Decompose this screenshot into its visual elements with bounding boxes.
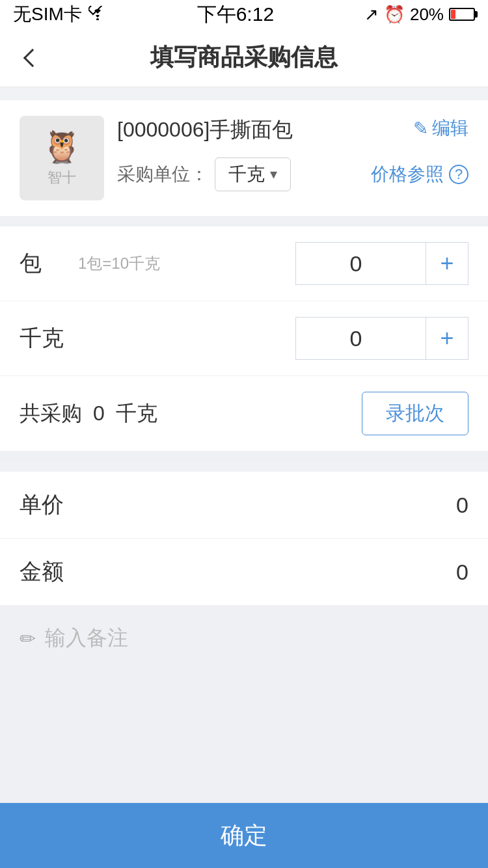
product-image: 🦉 智十 (20, 116, 104, 200)
product-card: 🦉 智十 [0000006]手撕面包 ✎ 编辑 采购单位： 千克 ▾ 价格参照 … (0, 100, 488, 216)
edit-label: 编辑 (432, 116, 468, 141)
input-section: 包 1包=10千克 + 千克 + (0, 226, 488, 376)
bag-plus-button[interactable]: + (426, 242, 468, 285)
product-image-label: 智十 (47, 168, 76, 187)
batch-record-button[interactable]: 录批次 (362, 392, 468, 435)
total-prefix: 共采购 (20, 401, 82, 425)
bag-sub-label: 1包=10千克 (78, 253, 295, 274)
unit-price-label: 单价 (20, 490, 64, 520)
price-reference-button[interactable]: 价格参照 ? (371, 162, 468, 187)
product-info: [0000006]手撕面包 ✎ 编辑 采购单位： 千克 ▾ 价格参照 ? (117, 116, 468, 191)
bag-quantity-input[interactable] (295, 242, 426, 285)
total-row: 共采购 0 千克 录批次 (0, 376, 488, 451)
back-arrow-icon (23, 48, 42, 66)
total-unit: 千克 (116, 401, 157, 425)
amount-label: 金额 (20, 557, 64, 587)
kg-input-row: 千克 + (0, 301, 488, 376)
bag-label: 包 (20, 249, 72, 278)
product-unit-row: 采购单位： 千克 ▾ 价格参照 ? (117, 157, 468, 191)
bag-input-row: 包 1包=10千克 + (0, 226, 488, 301)
price-ref-label: 价格参照 (371, 162, 444, 187)
separator-2 (0, 451, 488, 461)
product-name: [0000006]手撕面包 (117, 116, 293, 144)
kg-quantity-input[interactable] (295, 317, 426, 360)
carrier-text: 无SIM卡 (13, 2, 82, 27)
status-bar: 无SIM卡 下午6:12 ↗ ⏰ 20% (0, 0, 488, 29)
unit-select-dropdown[interactable]: 千克 ▾ (215, 157, 291, 191)
location-icon: ↗ (364, 5, 379, 25)
unit-price-value: 0 (456, 493, 468, 518)
battery-percentage: 20% (410, 5, 444, 25)
total-text: 共采购 0 千克 (20, 400, 157, 428)
svg-point-0 (96, 18, 99, 20)
amount-row: 金额 0 (0, 539, 488, 606)
battery-icon (449, 8, 475, 21)
kg-input-controls: + (295, 317, 468, 360)
dropdown-arrow-icon: ▾ (270, 166, 277, 183)
product-owl-icon: 🦉 (42, 129, 81, 165)
kg-plus-button[interactable]: + (426, 317, 468, 360)
remark-placeholder: 输入备注 (45, 624, 128, 653)
unit-price-row: 单价 0 (0, 472, 488, 539)
edit-icon: ✎ (413, 118, 428, 139)
status-right: ↗ ⏰ 20% (364, 5, 475, 25)
bag-input-controls: + (295, 242, 468, 285)
unit-value: 千克 (228, 162, 265, 187)
status-left: 无SIM卡 (13, 2, 107, 27)
back-button[interactable] (20, 45, 46, 71)
pencil-icon: ✏ (20, 627, 36, 650)
nav-bar: 填写商品采购信息 (0, 29, 488, 87)
remark-section[interactable]: ✏ 输入备注 (0, 606, 488, 671)
price-ref-help-icon: ? (449, 165, 468, 184)
edit-button[interactable]: ✎ 编辑 (413, 116, 468, 141)
product-header: [0000006]手撕面包 ✎ 编辑 (117, 116, 468, 144)
amount-value: 0 (456, 560, 468, 585)
price-section: 单价 0 金额 0 (0, 472, 488, 606)
alarm-icon: ⏰ (384, 5, 405, 25)
confirm-button[interactable]: 确定 (0, 803, 488, 868)
separator-1 (0, 216, 488, 226)
time-display: 下午6:12 (197, 1, 274, 28)
total-value: 0 (93, 401, 105, 425)
unit-select-group: 采购单位： 千克 ▾ (117, 157, 291, 191)
page-title: 填写商品采购信息 (150, 42, 338, 74)
wifi-icon (88, 4, 107, 25)
unit-label: 采购单位： (117, 162, 208, 187)
kg-label: 千克 (20, 323, 72, 353)
